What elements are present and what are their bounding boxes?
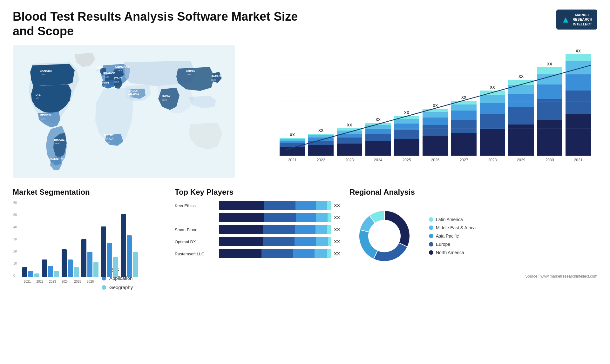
svg-text:xx%: xx% <box>101 85 106 88</box>
seg-x-label: 2023 <box>47 279 58 283</box>
reg-legend-item: Latin America <box>429 217 476 222</box>
seg-bar <box>28 271 33 277</box>
bar-stack <box>423 109 448 156</box>
player-bar-seg <box>328 213 331 222</box>
player-xx: XX <box>334 227 340 232</box>
bar-group: XX <box>451 48 477 156</box>
reg-legend-label: Latin America <box>436 217 463 222</box>
donut-svg <box>349 201 419 271</box>
reg-legend-label: North America <box>436 250 464 255</box>
bar-segment <box>394 116 419 119</box>
seg-bar <box>127 235 132 277</box>
x-label: 2026 <box>423 156 448 162</box>
bar-top-label: XX <box>404 111 409 115</box>
svg-text:xx%: xx% <box>50 161 55 164</box>
bar-segment <box>337 144 362 156</box>
seg-bar <box>22 267 27 277</box>
chart-area: XXXXXXXXXXXXXXXXXXXXXX <box>280 48 591 156</box>
bar-segment <box>537 74 562 84</box>
reg-legend-label: Europe <box>436 242 450 247</box>
player-bar-seg <box>296 213 316 222</box>
seg-bar <box>68 260 73 277</box>
svg-text:xx%: xx% <box>114 80 119 83</box>
player-bar-seg <box>295 201 316 210</box>
player-bar-wrap: XX <box>219 237 340 246</box>
svg-text:JAPAN: JAPAN <box>211 75 221 78</box>
x-label: 2030 <box>537 156 562 162</box>
x-label: 2024 <box>365 156 391 162</box>
bar-group: XX <box>308 48 334 156</box>
bar-segment <box>337 131 362 134</box>
player-bar-stack <box>219 225 331 234</box>
player-xx: XX <box>334 239 340 244</box>
donut-chart <box>349 201 419 271</box>
seg-bar-group <box>101 226 118 277</box>
player-bar-wrap: XX <box>219 201 340 210</box>
bar-segment <box>423 136 448 156</box>
player-bar-seg <box>293 249 315 258</box>
reg-legend-dot <box>429 242 433 246</box>
bar-segment <box>365 134 391 141</box>
svg-text:ARABIA: ARABIA <box>128 93 139 96</box>
svg-text:U.S.: U.S. <box>36 93 41 96</box>
bar-segment <box>480 114 505 129</box>
seg-bar <box>48 266 53 277</box>
bar-segment <box>451 120 477 133</box>
bar-segment <box>394 130 419 139</box>
seg-y-axis: 60 50 40 30 20 10 0 <box>13 201 17 277</box>
bar-stack <box>337 128 362 156</box>
svg-text:xx%: xx% <box>186 73 191 76</box>
seg-x-label: 2021 <box>22 279 32 283</box>
bar-top-label: XX <box>347 123 352 127</box>
x-label: 2025 <box>394 156 419 162</box>
legend-label: Geography <box>109 285 133 290</box>
bar-segment <box>508 80 534 85</box>
player-bar-seg <box>327 201 331 210</box>
seg-bar <box>62 249 67 277</box>
bar-stack <box>365 123 391 156</box>
player-bar-seg <box>316 201 327 210</box>
player-bar-seg <box>315 225 327 234</box>
seg-bar <box>93 262 98 277</box>
player-name: Smart Blood <box>175 227 216 232</box>
seg-x-label: 2025 <box>73 279 83 283</box>
donut-segment <box>359 230 378 259</box>
bar-stack <box>508 80 534 156</box>
seg-x-label: 2024 <box>60 279 70 283</box>
regional-section: Regional Analysis Latin AmericaMiddle Ea… <box>349 188 597 308</box>
player-bar-stack <box>219 213 331 222</box>
bar-segment <box>337 128 362 131</box>
bar-groups: XXXXXXXXXXXXXXXXXXXXXX <box>280 48 591 156</box>
seg-bar <box>113 257 118 277</box>
bar-group: XX <box>423 48 448 156</box>
seg-bar-group <box>62 249 79 277</box>
bar-segment <box>480 91 505 95</box>
seg-bar <box>121 214 126 277</box>
donut-segment <box>384 211 410 247</box>
bar-segment <box>537 120 562 156</box>
bar-segment <box>451 133 477 156</box>
player-row: Optimal DXXX <box>175 237 340 246</box>
bar-group: XX <box>566 48 591 156</box>
world-map: CANADA xx% U.S. xx% MEXICO xx% BRAZIL xx… <box>13 45 235 178</box>
bar-segment <box>365 123 391 125</box>
svg-text:xx%: xx% <box>34 97 39 100</box>
svg-text:CHINA: CHINA <box>186 69 195 72</box>
bar-segment <box>508 107 534 125</box>
seg-bar <box>101 226 106 277</box>
player-name: Rustemsoft LLC <box>175 252 216 256</box>
svg-text:xx%: xx% <box>55 142 59 145</box>
player-bar-seg <box>264 201 295 210</box>
seg-bar-group <box>22 267 39 277</box>
x-label: 2029 <box>508 156 534 162</box>
bar-segment <box>423 125 448 136</box>
svg-text:CANADA: CANADA <box>40 69 52 72</box>
bar-segment <box>508 85 534 94</box>
x-label: 2022 <box>308 156 334 162</box>
bar-segment <box>423 109 448 112</box>
bar-top-label: XX <box>318 128 323 133</box>
bar-group: XX <box>337 48 362 156</box>
player-bar-seg <box>261 249 293 258</box>
bar-top-label: XX <box>433 104 438 108</box>
seg-bars <box>22 201 95 277</box>
